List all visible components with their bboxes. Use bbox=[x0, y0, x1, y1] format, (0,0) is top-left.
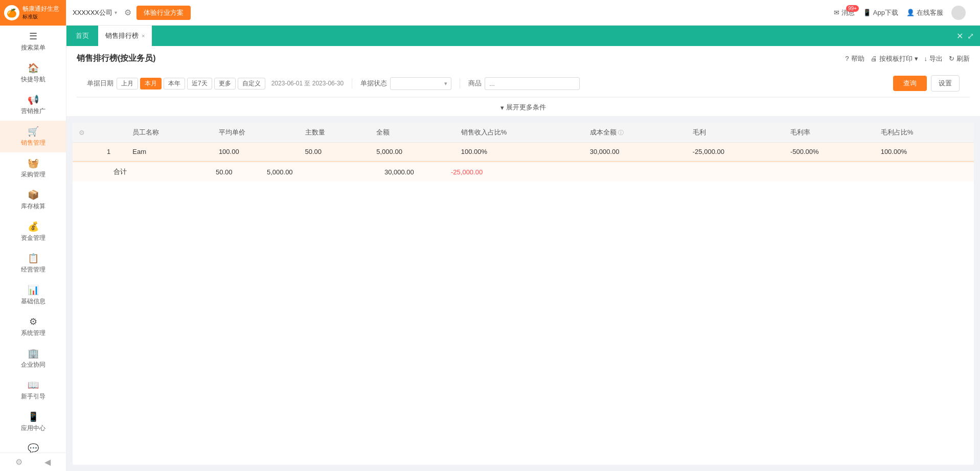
app-label: App下载 bbox=[873, 8, 898, 17]
content-area: 销售排行榜(按业务员) ? 帮助 🖨 按模板打印 ▾ ↓ 导出 bbox=[66, 46, 980, 471]
sidebar-item-basic-info[interactable]: 📊 基础信息 bbox=[0, 279, 66, 311]
sidebar-item-wechat[interactable]: 💬 企业微信 bbox=[0, 438, 66, 453]
expand-chevron-icon: ▾ bbox=[500, 104, 504, 111]
row-gross-rate: -500.00% bbox=[784, 143, 875, 161]
inventory-label: 库存核算 bbox=[21, 202, 45, 211]
settings-icon[interactable]: ⚙ bbox=[124, 8, 131, 17]
sidebar-item-inventory[interactable]: 📦 库存核算 bbox=[0, 184, 66, 216]
print-label: 按模板打印 bbox=[879, 54, 913, 63]
sidebar-item-search-order[interactable]: ☰ 搜索菜单 bbox=[0, 26, 66, 57]
date-btn-自定义[interactable]: 自定义 bbox=[238, 78, 265, 89]
logo-text: 畅康通好生意 bbox=[22, 5, 59, 13]
table-wrapper: ⚙ 员工名称 平均单价 主数量 全额 销售收入占比% 成本全额 ⓘ 毛利 毛利率 bbox=[73, 123, 974, 465]
date-btn-group: 上月本月本年近7天更多自定义 bbox=[117, 78, 265, 89]
enterprise-icon: 🏢 bbox=[28, 348, 39, 359]
inventory-icon: 📦 bbox=[28, 189, 39, 200]
separator1 bbox=[352, 78, 352, 88]
col-settings: ⚙ bbox=[73, 123, 91, 143]
refresh-icon: ↻ bbox=[949, 55, 954, 62]
table-body: 1 Eam 100.00 50.00 5,000.00 100.00% 30,0… bbox=[73, 143, 974, 161]
row-amount: 5,000.00 bbox=[370, 143, 455, 161]
row-qty: 50.00 bbox=[299, 143, 371, 161]
search-order-label: 搜索菜单 bbox=[21, 43, 45, 52]
expand-more-btn[interactable]: ▾ 展开更多条件 bbox=[496, 101, 550, 114]
footer-label: 合计 bbox=[113, 167, 165, 176]
tabbar: 首页 销售排行榜 × ✕ ⤢ bbox=[66, 26, 980, 46]
row-cost: 30,000.00 bbox=[584, 143, 687, 161]
marketing-icon: 📢 bbox=[28, 94, 39, 105]
goods-input[interactable] bbox=[485, 77, 580, 90]
search-order-icon: ☰ bbox=[29, 31, 37, 42]
date-btn-更多[interactable]: 更多 bbox=[214, 78, 236, 89]
tab-right-actions: ✕ ⤢ bbox=[956, 31, 980, 41]
date-label: 单据日期 bbox=[87, 79, 113, 88]
collapse-icon[interactable]: ◀ bbox=[44, 457, 51, 467]
tab-close-icon[interactable]: × bbox=[142, 33, 145, 39]
company-dropdown-arrow: ▾ bbox=[115, 10, 117, 15]
enterprise-label: 企业协同 bbox=[21, 361, 45, 369]
refresh-btn[interactable]: ↻ 刷新 bbox=[949, 54, 970, 63]
logo-subtitle: 标准版 bbox=[22, 13, 59, 20]
date-btn-本年[interactable]: 本年 bbox=[164, 78, 185, 89]
goods-label: 商品 bbox=[468, 79, 482, 88]
col-cost: 成本全额 ⓘ bbox=[584, 123, 687, 143]
sidebar-footer: ⚙ ◀ bbox=[0, 453, 66, 471]
col-gross-pct: 毛利占比% bbox=[875, 123, 974, 143]
sidebar-item-guide[interactable]: 📖 新手引导 bbox=[0, 374, 66, 406]
sidebar-item-funds[interactable]: 💰 资金管理 bbox=[0, 216, 66, 248]
help-btn[interactable]: ? 帮助 bbox=[845, 54, 864, 63]
header-row: ⚙ 员工名称 平均单价 主数量 全额 销售收入占比% 成本全额 ⓘ 毛利 毛利率 bbox=[73, 123, 974, 143]
operations-label: 经营管理 bbox=[21, 265, 45, 274]
trial-btn[interactable]: 体验行业方案 bbox=[136, 6, 191, 20]
logo-icon: 🍊 bbox=[4, 5, 19, 20]
company-selector[interactable]: XXXXXX公司 ▾ bbox=[73, 8, 117, 17]
sidebar-item-enterprise[interactable]: 🏢 企业协同 bbox=[0, 343, 66, 374]
sidebar-item-marketing[interactable]: 📢 营销推广 bbox=[0, 89, 66, 121]
date-btn-上月[interactable]: 上月 bbox=[117, 78, 138, 89]
expand-window-icon[interactable]: ⤢ bbox=[967, 31, 974, 41]
data-table: ⚙ 员工名称 平均单价 主数量 全额 销售收入占比% 成本全额 ⓘ 毛利 毛利率 bbox=[73, 123, 974, 161]
query-btn[interactable]: 查询 bbox=[893, 76, 927, 91]
avatar[interactable] bbox=[951, 6, 966, 20]
close-window-icon[interactable]: ✕ bbox=[956, 31, 963, 41]
cost-info-icon[interactable]: ⓘ bbox=[618, 129, 624, 136]
row-gross-pct: 100.00% bbox=[875, 143, 974, 161]
tab-home[interactable]: 首页 bbox=[66, 26, 98, 46]
message-btn[interactable]: ✉ 消息 99+ bbox=[834, 8, 855, 17]
export-label: 导出 bbox=[929, 54, 943, 63]
table-row: 1 Eam 100.00 50.00 5,000.00 100.00% 30,0… bbox=[73, 143, 974, 161]
sidebar-item-purchase[interactable]: 🧺 采购管理 bbox=[0, 152, 66, 184]
app-download-btn[interactable]: 📱 App下载 bbox=[863, 8, 898, 17]
refresh-label: 刷新 bbox=[956, 54, 970, 63]
sales-label: 销售管理 bbox=[21, 139, 45, 147]
status-select[interactable] bbox=[390, 77, 451, 90]
footer-gross: -25,000.00 bbox=[451, 168, 502, 176]
sidebar-item-sales[interactable]: 🛒 销售管理 bbox=[0, 121, 66, 152]
quick-nav-icon: 🏠 bbox=[28, 62, 39, 74]
sidebar-item-operations[interactable]: 📋 经营管理 bbox=[0, 248, 66, 279]
date-btn-近7天[interactable]: 近7天 bbox=[187, 78, 212, 89]
export-btn[interactable]: ↓ 导出 bbox=[924, 54, 943, 63]
sidebar-nav: ☰ 搜索菜单 🏠 快捷导航 📢 营销推广 🛒 销售管理 🧺 采购管理 📦 库存核… bbox=[0, 26, 66, 453]
col-qty: 主数量 bbox=[299, 123, 371, 143]
page-actions: ? 帮助 🖨 按模板打印 ▾ ↓ 导出 ↻ 刷新 bbox=[845, 54, 970, 63]
settings-icon[interactable]: ⚙ bbox=[15, 457, 22, 467]
print-btn[interactable]: 🖨 按模板打印 ▾ bbox=[871, 54, 918, 63]
sidebar-item-system[interactable]: ⚙ 系统管理 bbox=[0, 311, 66, 343]
col-rank bbox=[91, 123, 126, 143]
sidebar-logo: 🍊 畅康通好生意 标准版 bbox=[0, 0, 66, 26]
expand-filter-row: ▾ 展开更多条件 bbox=[77, 97, 970, 116]
table-footer: 合计 50.00 5,000.00 30,000.00 -25,000.00 bbox=[73, 161, 974, 182]
settings-btn[interactable]: 设置 bbox=[931, 75, 960, 92]
date-btn-本月[interactable]: 本月 bbox=[140, 78, 162, 89]
table-header: ⚙ 员工名称 平均单价 主数量 全额 销售收入占比% 成本全额 ⓘ 毛利 毛利率 bbox=[73, 123, 974, 143]
table-settings-icon[interactable]: ⚙ bbox=[79, 129, 85, 137]
status-select-wrapper bbox=[390, 77, 451, 90]
tab-sales-ranking[interactable]: 销售排行榜 × bbox=[98, 26, 152, 46]
date-range-text: 2023-06-01 至 2023-06-30 bbox=[271, 79, 344, 88]
sidebar-item-quick-nav[interactable]: 🏠 快捷导航 bbox=[0, 57, 66, 89]
sidebar-item-app-center[interactable]: 📱 应用中心 bbox=[0, 406, 66, 438]
row-sales-pct: 100.00% bbox=[455, 143, 584, 161]
app-icon: 📱 bbox=[863, 9, 871, 16]
service-btn[interactable]: 👤 在线客服 bbox=[906, 8, 943, 17]
